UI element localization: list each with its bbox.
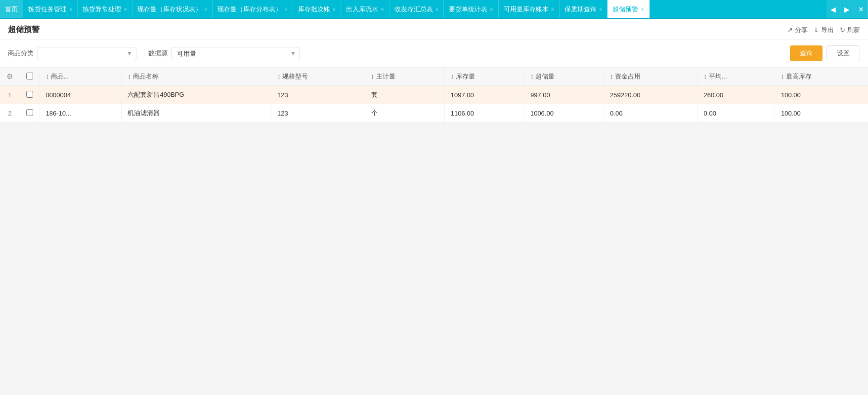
nav-item-6[interactable]: 出入库流水× <box>341 0 389 18</box>
cell-stock: 1097.00 <box>444 86 524 104</box>
datasource-select-wrapper: 可用量 库存量 ▼ <box>172 47 300 60</box>
nav-close-icon-10[interactable]: × <box>599 6 602 12</box>
nav-item-3[interactable]: 现存量（库存状况表）× <box>132 0 213 18</box>
nav-close-icon-6[interactable]: × <box>381 6 384 12</box>
page-title: 超储预警 <box>8 25 40 35</box>
cell-product-code: 186-10... <box>40 104 122 122</box>
row-num: 1 <box>0 86 20 104</box>
table-row: 1 0000004 六配套新昌490BPG 123 套 1097.00 997.… <box>0 86 868 104</box>
refresh-icon: ↻ <box>840 26 845 34</box>
datasource-filter-group: 数据源 可用量 库存量 ▼ <box>148 47 300 60</box>
nav-item-8[interactable]: 要货单统计表× <box>444 0 498 18</box>
category-label: 商品分类 <box>8 49 34 58</box>
cell-over-stock: 997.00 <box>524 86 604 104</box>
export-icon: ⇓ <box>814 26 819 34</box>
row-checkbox-cell <box>20 104 40 122</box>
nav-close-icon-11[interactable]: × <box>641 6 644 12</box>
cell-stock: 1106.00 <box>444 104 524 122</box>
cell-max-stock: 100.00 <box>775 104 868 122</box>
cell-max-stock: 100.00 <box>775 86 868 104</box>
row-checkbox-1[interactable] <box>26 109 33 116</box>
cell-unit: 套 <box>365 86 444 104</box>
col-max-stock[interactable]: ↕ 最高库存 <box>775 68 868 86</box>
nav-item-9[interactable]: 可用量库存账本× <box>499 0 560 18</box>
filter-bar: 商品分类 ▼ 数据源 可用量 库存量 ▼ 查询 设置 <box>0 40 868 68</box>
nav-close-icon-8[interactable]: × <box>490 6 493 12</box>
table-header-row: ⚙ ↕ 商品... ↕ 商品名称 ↕ 规格型号 <box>0 68 868 86</box>
nav-item-10[interactable]: 保质期查询× <box>560 0 608 18</box>
cell-product-name: 六配套新昌490BPG <box>122 86 271 104</box>
settings-button[interactable]: 设置 <box>826 45 860 61</box>
col-unit[interactable]: ↕ 主计量 <box>365 68 444 86</box>
nav-item-0[interactable]: 首页 <box>0 0 23 18</box>
datasource-select[interactable]: 可用量 库存量 <box>172 47 300 60</box>
refresh-button[interactable]: ↻ 刷新 <box>840 26 860 35</box>
row-checkbox-0[interactable] <box>26 91 33 98</box>
cell-spec: 123 <box>271 86 365 104</box>
nav-item-11[interactable]: 超储预警× <box>608 0 649 18</box>
nav-item-2[interactable]: 拣货异常处理× <box>78 0 132 18</box>
col-stock[interactable]: ↕ 库存量 <box>444 68 524 86</box>
category-filter-group: 商品分类 ▼ <box>8 47 136 60</box>
cell-spec: 123 <box>271 104 365 122</box>
col-product-code[interactable]: ↕ 商品... <box>40 68 122 86</box>
nav-item-7[interactable]: 收发存汇总表× <box>390 0 444 18</box>
cell-avg: 0.00 <box>697 104 775 122</box>
col-product-name[interactable]: ↕ 商品名称 <box>122 68 271 86</box>
col-capital-usage[interactable]: ↕ 资金占用 <box>604 68 697 86</box>
nav-arrows: ◀ ▶ ✕ <box>826 0 868 19</box>
nav-close-icon-5[interactable]: × <box>333 6 336 12</box>
nav-item-5[interactable]: 库存批次账× <box>293 0 341 18</box>
top-navigation: 首页拣货任务管理×拣货异常处理×现存量（库存状况表）×现存量（库存分布表）×库存… <box>0 0 868 19</box>
col-over-stock[interactable]: ↕ 超储量 <box>524 68 604 86</box>
share-icon: ↗ <box>787 26 793 34</box>
cell-capital-usage: 0.00 <box>604 104 697 122</box>
gear-header: ⚙ <box>0 68 20 86</box>
checkbox-header <box>20 68 40 86</box>
cell-product-name: 机油滤清器 <box>122 104 271 122</box>
share-button[interactable]: ↗ 分享 <box>787 26 808 35</box>
datasource-label: 数据源 <box>148 49 168 58</box>
query-button[interactable]: 查询 <box>790 45 823 61</box>
nav-item-1[interactable]: 拣货任务管理× <box>23 0 78 18</box>
export-button[interactable]: ⇓ 导出 <box>814 26 834 35</box>
cell-over-stock: 1006.00 <box>524 104 604 122</box>
row-checkbox-cell <box>20 86 40 104</box>
select-all-checkbox[interactable] <box>26 73 33 79</box>
col-spec[interactable]: ↕ 规格型号 <box>271 68 365 86</box>
category-select[interactable] <box>38 47 136 60</box>
nav-close-icon-7[interactable]: × <box>435 6 438 12</box>
data-table: ⚙ ↕ 商品... ↕ 商品名称 ↕ 规格型号 <box>0 68 868 122</box>
cell-product-code: 0000004 <box>40 86 122 104</box>
row-num: 2 <box>0 104 20 122</box>
cell-unit: 个 <box>365 104 444 122</box>
page-actions: ↗ 分享 ⇓ 导出 ↻ 刷新 <box>787 26 860 35</box>
nav-item-4[interactable]: 现存量（库存分布表）× <box>213 0 293 18</box>
nav-arrow-right[interactable]: ▶ <box>840 0 854 19</box>
col-avg[interactable]: ↕ 平均... <box>697 68 775 86</box>
category-select-wrapper: ▼ <box>38 47 136 60</box>
table-wrapper: ⚙ ↕ 商品... ↕ 商品名称 ↕ 规格型号 <box>0 68 868 122</box>
cell-capital-usage: 259220.00 <box>604 86 697 104</box>
nav-close-icon-4[interactable]: × <box>284 6 287 12</box>
gear-icon[interactable]: ⚙ <box>6 72 13 80</box>
nav-close-icon-2[interactable]: × <box>124 6 127 12</box>
nav-close-icon-3[interactable]: × <box>204 6 207 12</box>
nav-close-all[interactable]: ✕ <box>854 0 868 19</box>
nav-arrow-left[interactable]: ◀ <box>826 0 840 19</box>
nav-close-icon-1[interactable]: × <box>69 6 72 12</box>
filter-buttons: 查询 设置 <box>790 45 860 61</box>
page-content: 超储预警 ↗ 分享 ⇓ 导出 ↻ 刷新 商品分类 ▼ <box>0 19 868 122</box>
page-header: 超储预警 ↗ 分享 ⇓ 导出 ↻ 刷新 <box>0 19 868 40</box>
cell-avg: 260.00 <box>697 86 775 104</box>
nav-close-icon-9[interactable]: × <box>551 6 554 12</box>
table-row: 2 186-10... 机油滤清器 123 个 1106.00 1006.00 … <box>0 104 868 122</box>
